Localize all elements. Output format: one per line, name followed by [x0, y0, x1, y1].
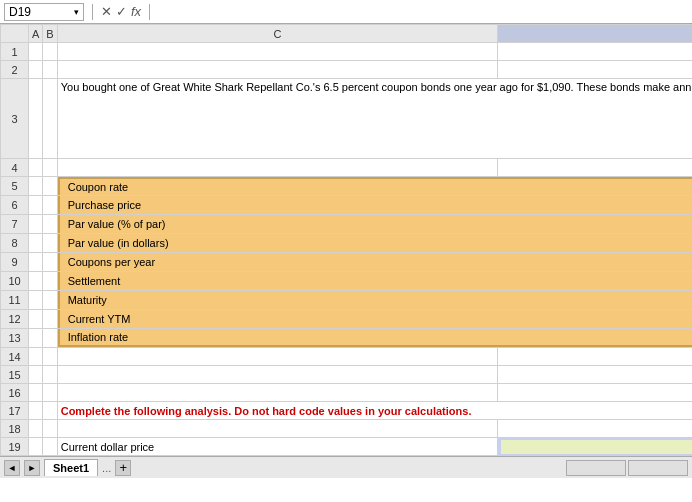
info-box-row-8[interactable]: Par value (in dollars) $ 1,000: [57, 234, 692, 253]
cell-b15[interactable]: [43, 366, 57, 384]
row-header-14[interactable]: 14: [1, 348, 29, 366]
tab-next-btn[interactable]: ►: [24, 460, 40, 476]
current-dollar-price-input[interactable]: [501, 440, 692, 454]
row-header-5[interactable]: 5: [1, 177, 29, 196]
description-cell[interactable]: You bought one of Great White Shark Repe…: [57, 79, 692, 159]
cell-c4[interactable]: [57, 159, 498, 177]
row-header-7[interactable]: 7: [1, 215, 29, 234]
info-box-row-13[interactable]: Inflation rate 3.90%: [57, 329, 692, 348]
cell-b18[interactable]: [43, 420, 57, 438]
cell-d19[interactable]: [498, 438, 692, 456]
row-header-3[interactable]: 3: [1, 79, 29, 159]
cell-c15[interactable]: [57, 366, 498, 384]
cell-a16[interactable]: [29, 384, 43, 402]
add-sheet-btn[interactable]: +: [115, 460, 131, 476]
row-header-16[interactable]: 16: [1, 384, 29, 402]
row-header-2[interactable]: 2: [1, 61, 29, 79]
row-header-11[interactable]: 11: [1, 291, 29, 310]
cell-d16[interactable]: [498, 384, 692, 402]
cell-d2[interactable]: [498, 61, 692, 79]
row-header-12[interactable]: 12: [1, 310, 29, 329]
info-box-row-7[interactable]: Par value (% of par) 100: [57, 215, 692, 234]
scroll-left-btn[interactable]: [566, 460, 626, 476]
cell-c2[interactable]: [57, 61, 498, 79]
cell-c14[interactable]: [57, 348, 498, 366]
cell-b13[interactable]: [43, 329, 57, 348]
cell-b1[interactable]: [43, 43, 57, 61]
warning-cell[interactable]: Complete the following analysis. Do not …: [57, 402, 692, 420]
cell-a7[interactable]: [29, 215, 43, 234]
cell-b2[interactable]: [43, 61, 57, 79]
cell-d4[interactable]: [498, 159, 692, 177]
cell-b5[interactable]: [43, 177, 57, 196]
cell-d1[interactable]: [498, 43, 692, 61]
cell-b11[interactable]: [43, 291, 57, 310]
row-header-1[interactable]: 1: [1, 43, 29, 61]
cell-a12[interactable]: [29, 310, 43, 329]
col-header-c[interactable]: C: [57, 25, 498, 43]
cell-d14[interactable]: [498, 348, 692, 366]
cell-a17[interactable]: [29, 402, 43, 420]
row-header-9[interactable]: 9: [1, 253, 29, 272]
row-header-13[interactable]: 13: [1, 329, 29, 348]
info-box-row-9[interactable]: Coupons per year 1: [57, 253, 692, 272]
row-header-6[interactable]: 6: [1, 196, 29, 215]
cell-c19[interactable]: Current dollar price: [57, 438, 498, 456]
row-header-4[interactable]: 4: [1, 159, 29, 177]
tab-prev-btn[interactable]: ◄: [4, 460, 20, 476]
cell-a11[interactable]: [29, 291, 43, 310]
row-header-15[interactable]: 15: [1, 366, 29, 384]
cell-d18[interactable]: [498, 420, 692, 438]
cell-c1[interactable]: [57, 43, 498, 61]
cell-b17[interactable]: [43, 402, 57, 420]
col-header-a[interactable]: A: [29, 25, 43, 43]
cell-a1[interactable]: [29, 43, 43, 61]
cell-a8[interactable]: [29, 234, 43, 253]
row-header-18[interactable]: 18: [1, 420, 29, 438]
cell-b8[interactable]: [43, 234, 57, 253]
col-header-b[interactable]: B: [43, 25, 57, 43]
info-box-row-11[interactable]: Maturity 01/01/14: [57, 291, 692, 310]
check-icon[interactable]: ✓: [116, 4, 127, 19]
cell-b7[interactable]: [43, 215, 57, 234]
row-header-10[interactable]: 10: [1, 272, 29, 291]
cancel-icon[interactable]: ✕: [101, 4, 112, 19]
name-box[interactable]: D19 ▾: [4, 3, 84, 21]
row-header-8[interactable]: 8: [1, 234, 29, 253]
cell-b6[interactable]: [43, 196, 57, 215]
cell-a5[interactable]: [29, 177, 43, 196]
cell-b14[interactable]: [43, 348, 57, 366]
cell-a10[interactable]: [29, 272, 43, 291]
cell-a2[interactable]: [29, 61, 43, 79]
cell-a9[interactable]: [29, 253, 43, 272]
cell-d15[interactable]: [498, 366, 692, 384]
cell-a3[interactable]: [29, 79, 43, 159]
info-box-row-12[interactable]: Current YTM 5.20%: [57, 310, 692, 329]
cell-b3[interactable]: [43, 79, 57, 159]
cell-a19[interactable]: [29, 438, 43, 456]
name-box-chevron[interactable]: ▾: [74, 7, 79, 17]
row-header-19[interactable]: 19: [1, 438, 29, 456]
cell-a6[interactable]: [29, 196, 43, 215]
cell-a14[interactable]: [29, 348, 43, 366]
cell-c18[interactable]: [57, 420, 498, 438]
cell-b9[interactable]: [43, 253, 57, 272]
cell-c16[interactable]: [57, 384, 498, 402]
info-box-row-6[interactable]: Purchase price $ 1,090.00: [57, 196, 692, 215]
cell-b19[interactable]: [43, 438, 57, 456]
formula-input[interactable]: [154, 5, 692, 19]
cell-b10[interactable]: [43, 272, 57, 291]
cell-b16[interactable]: [43, 384, 57, 402]
cell-a15[interactable]: [29, 366, 43, 384]
sheet-tab-sheet1[interactable]: Sheet1: [44, 459, 98, 476]
cell-b12[interactable]: [43, 310, 57, 329]
info-box-row-10[interactable]: Settlement 01/01/00: [57, 272, 692, 291]
fx-icon[interactable]: fx: [131, 4, 141, 19]
cell-a18[interactable]: [29, 420, 43, 438]
cell-a4[interactable]: [29, 159, 43, 177]
scroll-right-btn[interactable]: [628, 460, 688, 476]
cell-b4[interactable]: [43, 159, 57, 177]
info-box-row-5[interactable]: Coupon rate 6.50%: [57, 177, 692, 196]
horizontal-scrollbar[interactable]: [566, 460, 688, 476]
col-header-d[interactable]: D: [498, 25, 692, 43]
